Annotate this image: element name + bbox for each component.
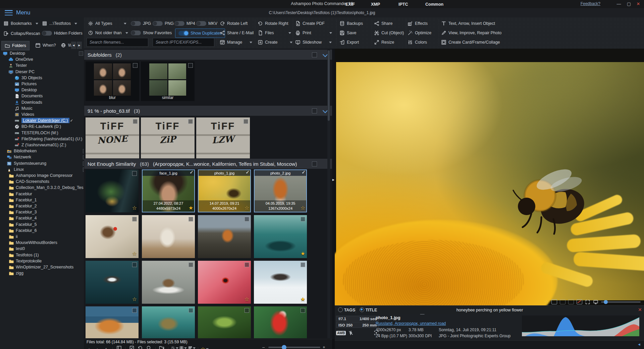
favorite-star-icon[interactable]: ☆: [132, 296, 137, 302]
thumbnail[interactable]: [86, 306, 139, 338]
not-older-than-dropdown[interactable]: Not older than: [88, 29, 128, 37]
thumb-checkbox[interactable]: [188, 63, 193, 68]
tree-item-drive-d[interactable]: BD-RE-Laufwerk (D:): [0, 123, 98, 130]
tab-common[interactable]: Common: [425, 2, 443, 7]
refresh-button[interactable]: [137, 345, 144, 349]
title-radio[interactable]: TITLE: [360, 307, 377, 312]
tree-item-pictures[interactable]: Pictures: [0, 81, 98, 87]
slider-knob[interactable]: [282, 345, 286, 349]
thumb-checkbox[interactable]: [132, 217, 137, 221]
monitor-icon[interactable]: [593, 299, 598, 305]
new-folder-button[interactable]: [158, 345, 165, 349]
thumb-checkbox[interactable]: [188, 119, 193, 124]
search-icon[interactable]: [145, 345, 153, 349]
tree-item-folder[interactable]: Faceblur_2: [0, 203, 92, 209]
favorite-star-icon[interactable]: ☆: [301, 205, 305, 211]
group-checkbox[interactable]: [312, 161, 317, 166]
thumb-checkbox[interactable]: [133, 63, 138, 68]
tree-item-folder[interactable]: Faceblur: [0, 191, 92, 197]
tree-checkbox[interactable]: [79, 51, 83, 56]
thumb-checkbox[interactable]: [245, 308, 249, 313]
tile-view-dropdown[interactable]: [188, 345, 196, 349]
thumbnail-size-slider[interactable]: [268, 347, 320, 348]
maximize-button[interactable]: ▢: [624, 0, 634, 7]
thumbnail[interactable]: [142, 306, 195, 338]
optimize-button[interactable]: Optimize: [408, 29, 431, 37]
tree-item-folder[interactable]: Faceblur_4: [0, 215, 92, 221]
zoom-in-label[interactable]: +: [323, 345, 325, 349]
menu-button[interactable]: Menu: [16, 9, 31, 16]
group-checkbox[interactable]: [312, 52, 317, 57]
tree-item-onedrive[interactable]: OneDrive: [0, 56, 92, 62]
tags-radio[interactable]: TAGS: [338, 307, 355, 312]
group-header-subfolders[interactable]: Subfolders (2): [84, 50, 334, 60]
sort-dropdown[interactable]: [171, 345, 178, 349]
backups-button[interactable]: Backups: [339, 19, 363, 28]
favorites-filter-dropdown[interactable]: ☆: [201, 346, 208, 349]
collapse-panel-icon[interactable]: ◄: [637, 342, 641, 346]
tree-item-videos[interactable]: Videos: [0, 111, 98, 117]
thumbnail[interactable]: [142, 261, 195, 304]
thumbnail-tiff-lzw[interactable]: TiFFLZW: [196, 117, 250, 158]
split-view-icon[interactable]: [560, 299, 566, 304]
thumbnail[interactable]: [142, 215, 195, 258]
tree-item-drive-c[interactable]: Lokaler Datenträger (C:)✓: [0, 117, 98, 123]
thumbnail[interactable]: ☆: [198, 261, 251, 304]
effects-button[interactable]: Effects: [408, 19, 428, 28]
collaps-rescan-button[interactable]: Collaps/Rescan: [3, 31, 40, 36]
thumbnail-photo1-selected[interactable]: photo_1.jpg ✓ 14.07.2019, 09:214000x2670…: [198, 169, 251, 212]
location-link[interactable]: Russland, Агрогородок, unnamed road: [376, 321, 446, 326]
create-pdf-button[interactable]: Create PDF: [295, 19, 325, 28]
selected-check-icon[interactable]: ✓: [190, 169, 194, 175]
thumb-checkbox[interactable]: [301, 262, 305, 267]
subfolder-similar[interactable]: similar: [141, 61, 195, 101]
clear-title-icon[interactable]: ✕: [638, 307, 642, 312]
scrollbar-thumb[interactable]: [328, 50, 330, 121]
create-dropdown[interactable]: Create: [258, 38, 292, 46]
tab-when[interactable]: When?: [32, 41, 59, 50]
search-filenames-input[interactable]: [87, 38, 148, 47]
tab-xmp[interactable]: XMP: [371, 2, 380, 7]
select-all-button[interactable]: [128, 345, 136, 349]
mkv-filter-toggle[interactable]: MKV: [196, 19, 217, 28]
tree-item-folder[interactable]: test0: [0, 246, 92, 252]
collapse-chevron-icon[interactable]: [323, 52, 328, 57]
thumb-checkbox[interactable]: [132, 171, 137, 176]
create-card-frame-collage-button[interactable]: Create Card/Frame/Collage: [441, 38, 500, 46]
thumb-checkbox[interactable]: [245, 262, 249, 267]
manage-dropdown[interactable]: Manage: [220, 38, 252, 46]
tree-item-folder[interactable]: CAD-Screenshots: [0, 179, 92, 185]
thumb-checkbox[interactable]: [244, 119, 248, 124]
png-filter-toggle[interactable]: PNG: [153, 19, 174, 28]
thumbnail-tiff-none[interactable]: TiFFNONE: [86, 117, 139, 158]
tab-scroll-left-button[interactable]: ◄: [71, 42, 76, 49]
thumbnail[interactable]: [198, 215, 251, 258]
favorite-star-icon[interactable]: ☆: [132, 250, 137, 257]
selected-check-icon[interactable]: ✓: [246, 169, 250, 175]
show-favorites-toggle[interactable]: Show Favorites: [131, 29, 172, 37]
hamburger-menu-icon[interactable]: [5, 10, 13, 15]
tree-item-drive-z[interactable]: Z (\\ashsrvwuma01) (Z:): [0, 142, 98, 148]
colors-button[interactable]: Colors: [408, 38, 427, 46]
tree-item-folder[interactable]: WinOptimizer_27_Screenshots: [0, 264, 92, 270]
group-checkbox[interactable]: [312, 108, 317, 113]
thumb-checkbox[interactable]: [132, 308, 137, 313]
tree-item-tester[interactable]: Tester: [0, 62, 92, 68]
thumb-checkbox[interactable]: [132, 262, 137, 267]
cut-object-button[interactable]: Cut (Object): [374, 29, 404, 37]
photo-preview[interactable]: ☆: [335, 49, 644, 305]
thumb-checkbox[interactable]: [133, 119, 138, 124]
tree-item-linux[interactable]: Linux: [0, 166, 90, 172]
tree-item-desktop[interactable]: Desktop: [0, 50, 86, 56]
minimize-button[interactable]: —: [614, 0, 624, 7]
tree-item-3d-objects[interactable]: 3D Objects: [0, 75, 98, 81]
jpg-filter-toggle[interactable]: JPG: [131, 19, 151, 28]
thumb-checkbox[interactable]: [189, 262, 193, 267]
tree-item-bibliotheken[interactable]: Bibliotheken: [0, 148, 90, 154]
tree-item-folder[interactable]: ii: [0, 234, 92, 240]
tree-item-folder[interactable]: Testfotos (1): [0, 252, 92, 258]
share-email-button[interactable]: Share / E-Mail: [220, 29, 254, 37]
thumbnail[interactable]: [254, 306, 307, 338]
tree-item-filesharing-u[interactable]: FileSharing (\\ashsrvdata01) (U:): [0, 136, 98, 142]
print-dropdown[interactable]: Print: [295, 29, 332, 37]
